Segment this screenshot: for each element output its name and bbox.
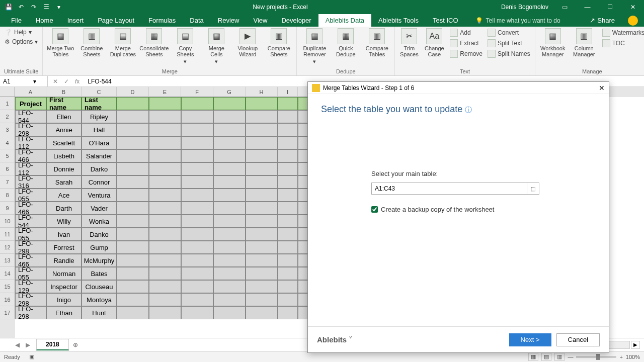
cell[interactable] bbox=[278, 254, 298, 267]
tab-view[interactable]: View bbox=[246, 14, 274, 27]
cell[interactable]: Danko bbox=[82, 228, 117, 241]
cell[interactable] bbox=[246, 202, 278, 215]
cell[interactable] bbox=[278, 306, 298, 319]
tab-developer[interactable]: Developer bbox=[274, 14, 318, 27]
cell[interactable] bbox=[181, 280, 213, 293]
row-header[interactable]: 6 bbox=[0, 162, 15, 175]
cell[interactable]: Forrest bbox=[46, 241, 82, 254]
range-picker-icon[interactable]: ⬚ bbox=[527, 183, 539, 195]
cell[interactable] bbox=[278, 228, 298, 241]
qat-customize-icon[interactable]: ▾ bbox=[53, 2, 64, 13]
cell[interactable]: LFO-112 bbox=[15, 162, 46, 175]
cell[interactable]: Hunt bbox=[82, 306, 117, 319]
cell[interactable] bbox=[149, 175, 181, 189]
cell[interactable] bbox=[213, 293, 246, 306]
cell[interactable] bbox=[246, 175, 278, 189]
backup-checkbox-input[interactable] bbox=[371, 206, 378, 213]
cell[interactable] bbox=[213, 241, 246, 254]
cell[interactable]: Ventura bbox=[82, 189, 117, 202]
cell[interactable]: Bates bbox=[82, 267, 117, 280]
cell[interactable] bbox=[181, 189, 213, 202]
cell[interactable] bbox=[117, 202, 149, 215]
redo-icon[interactable]: ↷ bbox=[28, 2, 39, 13]
row-header[interactable]: 10 bbox=[0, 215, 15, 228]
hscroll-right-icon[interactable]: ▶ bbox=[631, 341, 640, 349]
remove-button[interactable]: Remove bbox=[448, 49, 484, 58]
tab-ablebits-data[interactable]: Ablebits Data bbox=[318, 14, 371, 27]
cell[interactable] bbox=[246, 254, 278, 267]
sheet-tab[interactable]: 2018 bbox=[36, 339, 69, 350]
cell[interactable] bbox=[181, 215, 213, 228]
cell[interactable] bbox=[117, 97, 149, 110]
cell[interactable]: First name bbox=[46, 97, 82, 110]
cell[interactable] bbox=[278, 162, 298, 175]
range-input[interactable] bbox=[371, 183, 527, 195]
cell[interactable] bbox=[213, 136, 246, 149]
cell[interactable] bbox=[278, 241, 298, 254]
cell[interactable]: Project bbox=[15, 97, 46, 110]
cell[interactable] bbox=[246, 136, 278, 149]
column-header[interactable]: G bbox=[213, 87, 246, 97]
cell[interactable] bbox=[149, 228, 181, 241]
vlookup-wizard-button[interactable]: ▶Vlookup Wizard bbox=[233, 28, 262, 57]
cell[interactable]: Ripley bbox=[82, 110, 117, 123]
duplicate-remover-button[interactable]: ▦Duplicate Remover▾ bbox=[300, 28, 329, 64]
cell[interactable] bbox=[149, 254, 181, 267]
cell[interactable]: Last name bbox=[82, 97, 117, 110]
cell[interactable] bbox=[181, 97, 213, 110]
cell[interactable]: Darko bbox=[82, 162, 117, 175]
cell[interactable] bbox=[117, 241, 149, 254]
zoom-out-icon[interactable]: — bbox=[568, 354, 573, 360]
cell[interactable] bbox=[181, 162, 213, 175]
row-header[interactable]: 5 bbox=[0, 149, 15, 162]
zoom-level[interactable]: 100% bbox=[626, 354, 640, 360]
compare-sheets-button[interactable]: ▥Compare Sheets bbox=[264, 28, 293, 57]
trim-spaces-button[interactable]: ✂Trim Spaces bbox=[398, 28, 420, 57]
cell[interactable] bbox=[149, 293, 181, 306]
minimize-icon[interactable]: — bbox=[576, 0, 599, 14]
tab-home[interactable]: Home bbox=[29, 14, 60, 27]
cell[interactable] bbox=[117, 136, 149, 149]
tab-page-layout[interactable]: Page Layout bbox=[91, 14, 141, 27]
cell[interactable] bbox=[149, 162, 181, 175]
zoom-in-icon[interactable]: + bbox=[619, 354, 622, 360]
cell[interactable] bbox=[278, 175, 298, 189]
cell[interactable] bbox=[117, 110, 149, 123]
cell[interactable] bbox=[149, 280, 181, 293]
cell[interactable]: O'Hara bbox=[82, 136, 117, 149]
cell[interactable]: LFO-466 bbox=[15, 149, 46, 162]
cell[interactable] bbox=[149, 149, 181, 162]
cell[interactable] bbox=[117, 254, 149, 267]
cell[interactable] bbox=[246, 215, 278, 228]
maximize-icon[interactable]: ☐ bbox=[599, 0, 621, 14]
fx-icon[interactable]: fx bbox=[75, 78, 79, 85]
cell[interactable] bbox=[246, 280, 278, 293]
column-header[interactable]: D bbox=[117, 87, 149, 97]
cell[interactable] bbox=[278, 189, 298, 202]
cell[interactable]: Ellen bbox=[46, 110, 82, 123]
change-case-button[interactable]: AaChange Case bbox=[422, 28, 446, 57]
add-text-button[interactable]: Add bbox=[448, 28, 484, 37]
cell[interactable] bbox=[117, 162, 149, 175]
row-header[interactable]: 8 bbox=[0, 189, 15, 202]
cell[interactable] bbox=[181, 306, 213, 319]
row-header[interactable]: 13 bbox=[0, 254, 15, 267]
cell[interactable] bbox=[117, 267, 149, 280]
name-box[interactable]: ▾ bbox=[0, 76, 48, 86]
column-header[interactable]: A bbox=[15, 87, 46, 97]
cell[interactable]: Annie bbox=[46, 123, 82, 136]
cell[interactable] bbox=[117, 228, 149, 241]
cell[interactable] bbox=[213, 110, 246, 123]
cell[interactable] bbox=[213, 123, 246, 136]
cell[interactable]: Vader bbox=[82, 202, 117, 215]
cell[interactable]: LFO-298 bbox=[15, 306, 46, 319]
cell[interactable]: Ivan bbox=[46, 228, 82, 241]
close-icon[interactable]: ✕ bbox=[621, 0, 644, 14]
next-button[interactable]: Next > bbox=[509, 333, 551, 346]
cell[interactable] bbox=[246, 293, 278, 306]
column-header[interactable]: B bbox=[46, 87, 82, 97]
cell[interactable] bbox=[278, 215, 298, 228]
cell[interactable] bbox=[149, 136, 181, 149]
cell[interactable]: Wonka bbox=[82, 215, 117, 228]
tab-data[interactable]: Data bbox=[183, 14, 210, 27]
